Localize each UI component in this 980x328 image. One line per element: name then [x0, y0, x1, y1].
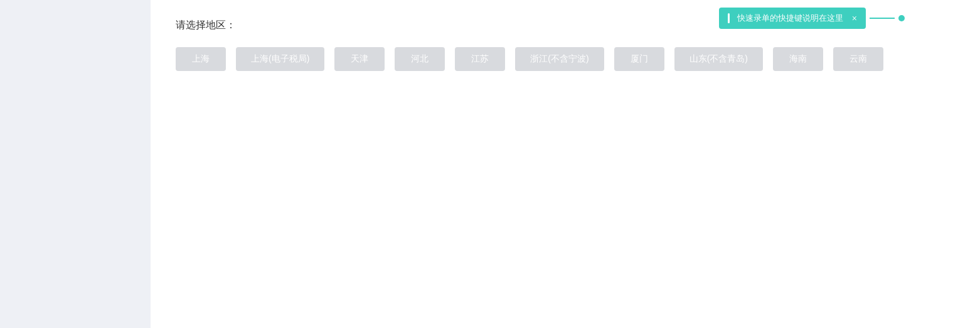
region-button-0[interactable]: 上海 — [176, 47, 226, 71]
tooltip-text: 快速录单的快捷键说明在这里 — [737, 13, 843, 24]
tooltip-connector-line — [870, 18, 895, 19]
region-button-8[interactable]: 海南 — [773, 47, 823, 71]
tooltip-bubble: 快速录单的快捷键说明在这里 × — [719, 8, 866, 29]
region-button-7[interactable]: 山东(不含青岛) — [674, 47, 763, 71]
region-button-6[interactable]: 厦门 — [614, 47, 664, 71]
region-button-4[interactable]: 江苏 — [455, 47, 505, 71]
region-button-5[interactable]: 浙江(不含宁波) — [515, 47, 604, 71]
main-content: 请选择地区： 上海上海(电子税局)天津河北江苏浙江(不含宁波)厦门山东(不含青岛… — [151, 0, 980, 328]
region-button-2[interactable]: 天津 — [334, 47, 385, 71]
region-buttons: 上海上海(电子税局)天津河北江苏浙江(不含宁波)厦门山东(不含青岛)海南云南 — [176, 47, 955, 71]
sidebar — [0, 0, 151, 328]
tooltip-container: 快速录单的快捷键说明在这里 × — [719, 8, 905, 29]
tooltip-close-button[interactable]: × — [852, 13, 857, 23]
region-button-3[interactable]: 河北 — [395, 47, 445, 71]
region-button-9[interactable]: 云南 — [833, 47, 883, 71]
region-button-1[interactable]: 上海(电子税局) — [236, 47, 324, 71]
tooltip-connector-dot — [898, 15, 905, 21]
